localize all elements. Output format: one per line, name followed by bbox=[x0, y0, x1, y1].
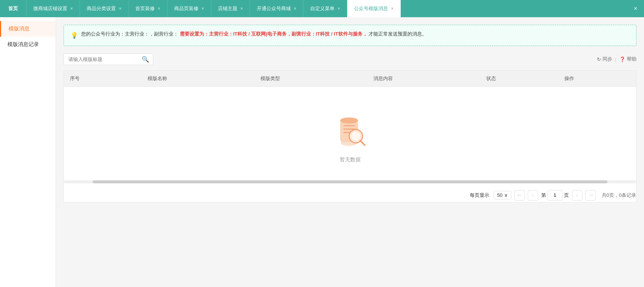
nav-item-home[interactable]: 首页 bbox=[0, 0, 27, 17]
first-page-button[interactable]: ⊢ bbox=[514, 190, 525, 201]
help-label: 帮助 bbox=[627, 56, 637, 62]
svg-point-7 bbox=[351, 132, 360, 141]
nav-item-close-home-decor[interactable]: × bbox=[158, 6, 160, 11]
page-number-input[interactable] bbox=[548, 190, 563, 201]
nav-custom-menu-label: 自定义菜单 bbox=[310, 5, 335, 12]
nav-home-label: 首页 bbox=[8, 5, 18, 12]
sync-button[interactable]: ↻ 同步 bbox=[597, 56, 612, 62]
empty-state-text: 暂无数据 bbox=[340, 156, 361, 163]
table-wrapper: 序号 模版名称 模版类型 消息内容 状态 操作 bbox=[64, 70, 637, 202]
col-header-type: 模版类型 bbox=[255, 71, 367, 87]
sync-label: 同步 bbox=[603, 56, 612, 62]
sidebar: 模版消息 模版消息记录 bbox=[0, 17, 56, 287]
page-label-after: 页 bbox=[564, 192, 569, 199]
page-label-before: 第 bbox=[541, 192, 546, 199]
nav-item-category[interactable]: 商品分类设置 × bbox=[80, 0, 129, 17]
nav-item-home-decor[interactable]: 首页装修 × bbox=[129, 0, 167, 17]
nav-item-custom-menu[interactable]: 自定义菜单 × bbox=[303, 0, 347, 17]
nav-item-open-mall[interactable]: 开通公众号商城 × bbox=[250, 0, 303, 17]
nav-item-theme[interactable]: 店铺主题 × bbox=[211, 0, 250, 17]
empty-state: 暂无数据 bbox=[64, 87, 636, 178]
nav-category-label: 商品分类设置 bbox=[87, 5, 116, 12]
nav-item-close-open-mall[interactable]: × bbox=[294, 6, 296, 11]
bulb-icon: 💡 bbox=[71, 31, 78, 40]
data-table: 序号 模版名称 模版类型 消息内容 状态 操作 bbox=[64, 71, 636, 178]
nav-item-close-shop-settings[interactable]: × bbox=[70, 6, 73, 11]
nav-item-close-custom-menu[interactable]: × bbox=[338, 6, 340, 11]
sidebar-item-template-msg-record[interactable]: 模版消息记录 bbox=[0, 37, 56, 52]
top-navigation: 首页 微商城店铺设置 × 商品分类设置 × 首页装修 × 商品页装修 × 店铺主… bbox=[0, 0, 644, 17]
alert-prefix: 您的公众号行业为：主营行业：，副营行业： bbox=[81, 31, 178, 37]
nav-item-close-template-msg[interactable]: × bbox=[391, 6, 394, 11]
empty-state-icon bbox=[330, 109, 371, 150]
nav-item-close-theme[interactable]: × bbox=[240, 6, 243, 11]
table-header: 序号 模版名称 模版类型 消息内容 状态 操作 bbox=[64, 71, 636, 87]
search-box: 🔍 bbox=[64, 54, 153, 65]
search-button[interactable]: 🔍 bbox=[138, 56, 153, 63]
toolbar-right: ↻ 同步 | ❓ 帮助 bbox=[597, 56, 637, 62]
svg-line-8 bbox=[360, 141, 365, 145]
help-circle-icon: ❓ bbox=[619, 57, 625, 62]
nav-shop-settings-label: 微商城店铺设置 bbox=[33, 5, 67, 12]
nav-item-product-decor[interactable]: 商品页装修 × bbox=[167, 0, 211, 17]
pagination: 每页显示 50 ∨ ⊢ ‹ 第 页 › ⊣ 共0页，0条记录 bbox=[64, 186, 636, 202]
close-all-tabs-button[interactable]: × bbox=[627, 5, 644, 12]
empty-state-row: 暂无数据 bbox=[64, 86, 636, 178]
horizontal-scrollbar-track[interactable] bbox=[64, 180, 636, 183]
toolbar-divider: | bbox=[615, 57, 616, 62]
col-header-content: 消息内容 bbox=[367, 71, 480, 87]
chevron-down-icon: ∨ bbox=[504, 192, 508, 198]
alert-text: 您的公众号行业为：主营行业：，副营行业： 需要设置为：主营行业：IT科技 / 互… bbox=[81, 30, 427, 38]
page-size-select[interactable]: 50 ∨ bbox=[494, 191, 511, 199]
alert-emphasis: 需要设置为：主营行业：IT科技 / 互联网|电子商务，副营行业：IT科技 / I… bbox=[180, 31, 367, 37]
nav-home-decor-label: 首页装修 bbox=[135, 5, 155, 12]
col-header-action: 操作 bbox=[558, 71, 637, 87]
nav-theme-label: 店铺主题 bbox=[218, 5, 237, 12]
toolbar: 🔍 ↻ 同步 | ❓ 帮助 bbox=[64, 54, 637, 65]
nav-item-shop-settings[interactable]: 微商城店铺设置 × bbox=[27, 0, 80, 17]
page-size-label: 每页显示 bbox=[470, 192, 489, 199]
nav-item-close-category[interactable]: × bbox=[119, 6, 121, 11]
alert-banner: 💡 您的公众号行业为：主营行业：，副营行业： 需要设置为：主营行业：IT科技 /… bbox=[64, 25, 637, 46]
refresh-icon: ↻ bbox=[597, 57, 601, 62]
next-page-button[interactable]: › bbox=[572, 190, 582, 201]
page-size-value: 50 bbox=[497, 192, 502, 198]
nav-template-msg-label: 公众号模版消息 bbox=[354, 5, 388, 12]
nav-product-decor-label: 商品页装修 bbox=[174, 5, 198, 12]
page-input-wrap: 第 页 bbox=[541, 190, 569, 201]
help-button[interactable]: ❓ 帮助 bbox=[619, 56, 637, 62]
sidebar-template-msg-label: 模版消息 bbox=[9, 25, 30, 31]
col-header-name: 模版名称 bbox=[142, 71, 255, 87]
nav-item-template-msg[interactable]: 公众号模版消息 × bbox=[347, 0, 401, 17]
col-header-index: 序号 bbox=[64, 71, 142, 87]
svg-point-9 bbox=[352, 133, 355, 135]
table-header-row: 序号 模版名称 模版类型 消息内容 状态 操作 bbox=[64, 71, 636, 87]
table-body: 暂无数据 bbox=[64, 86, 636, 178]
content-area: 💡 您的公众号行业为：主营行业：，副营行业： 需要设置为：主营行业：IT科技 /… bbox=[56, 17, 644, 287]
prev-page-button[interactable]: ‹ bbox=[528, 190, 538, 201]
nav-item-close-product-decor[interactable]: × bbox=[201, 6, 204, 11]
svg-point-2 bbox=[340, 117, 358, 123]
nav-open-mall-label: 开通公众号商城 bbox=[257, 5, 291, 12]
last-page-button[interactable]: ⊣ bbox=[585, 190, 596, 201]
search-input[interactable] bbox=[64, 54, 138, 65]
sidebar-template-msg-record-label: 模版消息记录 bbox=[7, 41, 39, 47]
main-layout: 模版消息 模版消息记录 💡 您的公众号行业为：主营行业：，副营行业： 需要设置为… bbox=[0, 17, 644, 287]
alert-suffix: 才能正常发送预置的消息。 bbox=[369, 31, 427, 37]
col-header-status: 状态 bbox=[480, 71, 558, 87]
horizontal-scrollbar-thumb[interactable] bbox=[93, 180, 608, 183]
total-info: 共0页，0条记录 bbox=[602, 192, 636, 199]
sidebar-item-template-msg[interactable]: 模版消息 bbox=[0, 21, 56, 37]
